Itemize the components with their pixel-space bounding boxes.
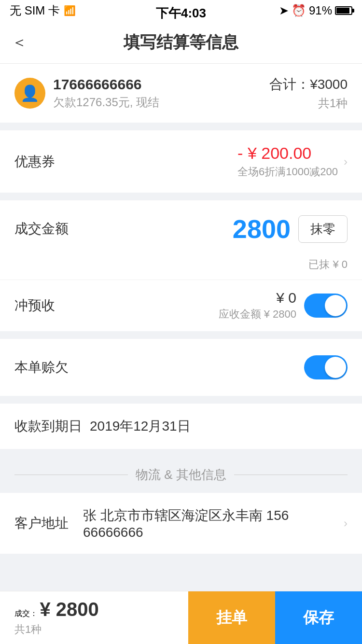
coupon-row[interactable]: 优惠券 - ¥ 200.00 全场6折满1000减200 ›: [0, 130, 362, 193]
content: 👤 17666666666 欠款1276.35元, 现结 合计：¥3000 共1…: [0, 64, 362, 644]
prepay-label: 冲预收: [14, 296, 55, 315]
battery-icon: [335, 6, 352, 15]
customer-left: 👤 17666666666 欠款1276.35元, 现结: [14, 76, 159, 110]
battery-percent: 91%: [309, 4, 332, 17]
debt-section: 本单赊欠: [0, 339, 362, 396]
status-bar: 无 SIM 卡 📶 下午4:03 ➤ ⏰ 91%: [0, 0, 362, 21]
coupon-section: 优惠券 - ¥ 200.00 全场6折满1000减200 ›: [0, 130, 362, 193]
coupon-right: - ¥ 200.00 全场6折满1000减200 ›: [237, 144, 348, 179]
address-value: 张 北京市市辖区海淀区永丰南 156 66666666: [83, 506, 344, 540]
prepay-toggle[interactable]: [304, 294, 348, 318]
debt-row: 本单赊欠: [0, 339, 362, 396]
prepay-amount-block: ¥ 0 应收金额 ¥ 2800: [219, 290, 296, 322]
debt-label: 本单赊欠: [14, 358, 69, 377]
customer-info: 17666666666 欠款1276.35元, 现结: [53, 76, 159, 110]
section-divider: 物流 & 其他信息: [0, 457, 362, 493]
avatar: 👤: [14, 78, 45, 109]
due-date-section: 收款到期日 2019年12月31日: [0, 404, 362, 449]
wifi-icon: 📶: [64, 5, 76, 16]
bottom-summary: 成交： ¥ 2800 共1种: [0, 599, 188, 637]
due-date-label: 收款到期日: [14, 417, 82, 435]
status-right: ➤ ⏰ 91%: [279, 4, 352, 17]
divider-line-left: [14, 475, 128, 475]
prepay-sub: 应收金额 ¥ 2800: [219, 307, 296, 322]
divider-line-right: [234, 475, 348, 475]
alarm-icon: ⏰: [292, 4, 306, 17]
status-left: 无 SIM 卡 📶: [10, 3, 76, 18]
deal-right: 2800 抹零: [233, 214, 348, 244]
customer-total: 合计：¥3000: [269, 75, 348, 94]
customer-card: 👤 17666666666 欠款1276.35元, 现结 合计：¥3000 共1…: [0, 64, 362, 123]
due-date-value: 2019年12月31日: [90, 417, 191, 435]
address-label: 客户地址: [14, 514, 69, 532]
coupon-amount: - ¥ 200.00: [237, 144, 338, 163]
bottom-deal-count: 共1种: [14, 622, 174, 637]
hang-order-button[interactable]: 挂单: [188, 591, 275, 644]
deal-sub: 已抹 ¥ 0: [0, 257, 362, 280]
round-zero-button[interactable]: 抹零: [298, 215, 348, 243]
due-date-row: 收款到期日 2019年12月31日: [0, 404, 362, 449]
page-title: 填写结算等信息: [124, 31, 238, 54]
status-time: 下午4:03: [156, 5, 206, 22]
deal-row: 成交金额 2800 抹零: [0, 200, 362, 257]
address-chevron-icon: ›: [344, 517, 348, 530]
customer-phone: 17666666666: [53, 76, 159, 93]
address-section: 客户地址 张 北京市市辖区海淀区永丰南 156 66666666 ›: [0, 493, 362, 554]
deal-section: 成交金额 2800 抹零 已抹 ¥ 0 冲预收 ¥ 0 应收金额 ¥ 2800: [0, 200, 362, 331]
location-icon: ➤: [279, 4, 289, 17]
debt-toggle[interactable]: [304, 355, 348, 379]
bottom-bar: 成交： ¥ 2800 共1种 挂单 保存: [0, 591, 362, 644]
chevron-right-icon: ›: [344, 155, 348, 168]
nav-bar: ＜ 填写结算等信息: [0, 21, 362, 64]
coupon-desc: 全场6折满1000减200: [237, 165, 338, 179]
deal-amount: 2800: [233, 214, 291, 244]
toggle-knob: [325, 295, 346, 316]
deal-label: 成交金额: [14, 220, 69, 238]
prepay-amount: ¥ 0: [219, 290, 296, 306]
customer-right: 合计：¥3000 共1种: [269, 75, 348, 111]
divider-text: 物流 & 其他信息: [136, 466, 226, 483]
address-row[interactable]: 客户地址 张 北京市市辖区海淀区永丰南 156 66666666 ›: [0, 493, 362, 554]
prepay-row: 冲预收 ¥ 0 应收金额 ¥ 2800: [0, 280, 362, 331]
prepay-right: ¥ 0 应收金额 ¥ 2800: [219, 290, 348, 322]
save-button[interactable]: 保存: [275, 591, 362, 644]
bottom-deal-line: 成交： ¥ 2800: [14, 599, 174, 620]
coupon-label: 优惠券: [14, 153, 55, 171]
customer-sub: 欠款1276.35元, 现结: [53, 95, 159, 110]
coupon-value: - ¥ 200.00 全场6折满1000减200: [237, 144, 338, 179]
customer-count: 共1种: [269, 96, 348, 111]
bottom-deal-price: ¥ 2800: [40, 599, 98, 620]
back-button[interactable]: ＜: [12, 32, 27, 53]
bottom-deal-label: 成交：: [14, 609, 38, 617]
debt-toggle-knob: [325, 357, 346, 378]
carrier-text: 无 SIM 卡: [10, 3, 60, 18]
